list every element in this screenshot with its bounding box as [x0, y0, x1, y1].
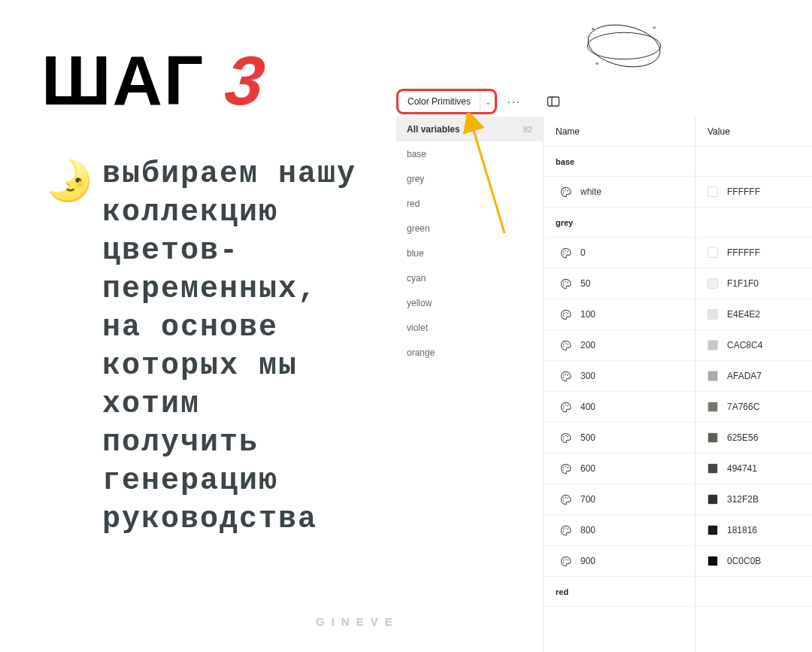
svg-point-22	[567, 343, 568, 344]
svg-point-48	[563, 559, 565, 560]
variable-name-cell: white	[544, 187, 695, 198]
variables-panel: Color Primitives ⌄ ··· All variables 82 …	[396, 86, 812, 652]
sidebar-all-count: 82	[523, 125, 532, 134]
svg-point-11	[563, 253, 565, 254]
variable-row[interactable]: 600494741	[544, 453, 812, 484]
variable-row[interactable]: 300AFADA7	[544, 361, 812, 392]
sidebar-item-base[interactable]: base	[396, 141, 543, 166]
variable-value-cell: FFFFFF	[695, 247, 760, 258]
instruction-text: выбираем нашу коллекцию цветов-переменны…	[102, 155, 373, 538]
variable-name-cell: 900	[544, 556, 695, 567]
variable-value-cell: FFFFFF	[695, 187, 760, 197]
collection-dropdown[interactable]: Color Primitives ⌄	[396, 89, 497, 114]
variable-value-cell: CAC8C4	[695, 340, 762, 350]
svg-point-7	[563, 192, 565, 193]
svg-point-0	[587, 32, 660, 59]
variable-hex-text: 181816	[727, 525, 757, 535]
sidebar-item-green[interactable]: green	[396, 216, 543, 241]
variable-name-cell: 800	[544, 525, 695, 536]
sidebar-item-violet[interactable]: violet	[396, 315, 543, 340]
variable-name-text: 800	[580, 525, 595, 535]
svg-point-14	[567, 281, 568, 283]
panel-layout-icon[interactable]	[547, 95, 560, 108]
svg-point-44	[563, 528, 565, 529]
svg-point-15	[563, 284, 565, 285]
variable-row[interactable]: 800181816	[544, 515, 812, 546]
variable-hex-text: 494741	[727, 463, 757, 474]
variable-hex-text: FFFFFF	[727, 187, 760, 197]
svg-point-25	[565, 373, 567, 375]
svg-point-17	[565, 311, 567, 313]
step-title-number: 3	[221, 41, 269, 120]
variable-name-cell: 700	[544, 494, 695, 505]
svg-point-8	[563, 250, 565, 252]
svg-point-50	[567, 559, 568, 560]
palette-icon	[560, 525, 571, 536]
svg-point-9	[565, 250, 567, 251]
svg-point-31	[563, 407, 565, 408]
variable-row[interactable]: 9000C0C0B	[544, 546, 812, 577]
svg-rect-2	[547, 97, 559, 106]
sidebar-item-red[interactable]: red	[396, 191, 543, 216]
variable-row[interactable]: 500625E56	[544, 423, 812, 453]
variable-name-text: 500	[580, 432, 595, 443]
svg-point-36	[563, 466, 565, 468]
variable-row[interactable]: 700312F2B	[544, 484, 812, 515]
sidebar-all-label: All variables	[407, 124, 460, 135]
variable-value-cell: E4E4E2	[695, 309, 760, 320]
group-label-base: base	[544, 147, 812, 177]
color-swatch	[707, 309, 718, 320]
sidebar-item-yellow[interactable]: yellow	[396, 290, 543, 315]
sidebar-item-grey[interactable]: grey	[396, 166, 543, 191]
step-title: ШАГ 3	[41, 41, 265, 120]
variable-name-text: 100	[580, 309, 595, 320]
variable-row[interactable]: 100E4E4E2	[544, 299, 812, 330]
svg-point-37	[565, 465, 567, 467]
svg-point-35	[563, 438, 565, 439]
variable-name-text: 0	[580, 247, 586, 258]
variable-hex-text: 625E56	[727, 432, 758, 443]
variable-hex-text: 7A766C	[727, 402, 759, 412]
variable-value-cell: F1F1F0	[695, 278, 759, 289]
svg-point-26	[567, 374, 568, 375]
sidebar-item-blue[interactable]: blue	[396, 241, 543, 265]
step-title-word: ШАГ	[41, 42, 205, 119]
variable-value-cell: 494741	[695, 463, 757, 474]
palette-icon	[560, 340, 571, 351]
color-swatch	[707, 340, 718, 350]
variable-row[interactable]: 0FFFFFF	[544, 238, 812, 268]
sidebar-item-cyan[interactable]: cyan	[396, 265, 543, 290]
color-swatch	[707, 556, 718, 566]
variable-hex-text: CAC8C4	[727, 340, 762, 350]
variable-name-cell: 500	[544, 432, 695, 444]
svg-point-39	[563, 469, 565, 470]
palette-icon	[560, 494, 571, 505]
sidebar-item-all-variables[interactable]: All variables 82	[396, 117, 543, 141]
variable-name-text: 300	[580, 371, 595, 381]
variable-value-cell: 7A766C	[695, 402, 759, 412]
variable-hex-text: 312F2B	[727, 494, 759, 505]
variable-row[interactable]: whiteFFFFFF	[544, 177, 812, 208]
variable-row[interactable]: 200CAC8C4	[544, 330, 812, 361]
group-label-red: red	[544, 577, 812, 607]
palette-icon	[560, 247, 571, 259]
variable-row[interactable]: 4007A766C	[544, 392, 812, 423]
variable-name-cell: 200	[544, 340, 695, 351]
palette-icon	[560, 402, 571, 413]
variables-table: Name Value basewhiteFFFFFFgrey0FFFFFF50F…	[543, 117, 812, 652]
variable-hex-text: AFADA7	[727, 371, 762, 381]
collection-dropdown-label: Color Primitives	[398, 96, 480, 107]
variable-value-cell: 625E56	[695, 432, 758, 443]
variable-value-cell: 181816	[695, 525, 757, 535]
panel-toolbar: Color Primitives ⌄ ···	[396, 86, 812, 117]
svg-point-43	[563, 499, 565, 501]
variable-name-cell: 50	[544, 278, 695, 290]
svg-point-23	[563, 345, 565, 347]
sidebar-item-orange[interactable]: orange	[396, 340, 543, 365]
variable-groups-sidebar: All variables 82 basegreyredgreenbluecya…	[396, 117, 543, 365]
variable-row[interactable]: 50F1F1F0	[544, 268, 812, 299]
group-label-grey: grey	[544, 208, 812, 238]
palette-icon	[560, 278, 571, 290]
variable-hex-text: E4E4E2	[727, 309, 760, 320]
more-button[interactable]: ···	[504, 96, 524, 108]
